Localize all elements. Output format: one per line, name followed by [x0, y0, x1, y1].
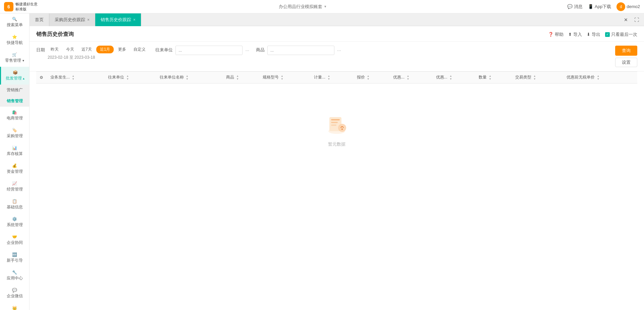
sidebar-item-finance[interactable]: 💰 资金管理 — [0, 160, 29, 178]
col-qty[interactable]: 数量 ▲▼ — [475, 72, 512, 84]
counterparty-input[interactable] — [175, 46, 243, 55]
sidebar-item-operations[interactable]: 📈 经营管理 — [0, 178, 29, 196]
sidebar-item-purchase[interactable]: 🏷️ 采购管理 — [0, 124, 29, 142]
sidebar: 🔍 搜索菜单 ⭐ 快捷导航 🛒 零售管理 ▾ 📦 批发管理 ▴ 营销推广 销售管… — [0, 13, 30, 310]
logo-text: 畅捷通好生意 标准版 — [15, 2, 38, 11]
sidebar-item-newguide[interactable]: 🆕 新手引导 — [0, 249, 29, 267]
dropdown-arrow-icon[interactable]: ▾ — [324, 4, 326, 9]
basic-icon: 📋 — [12, 199, 17, 204]
newguide-icon: 🆕 — [12, 252, 17, 257]
sidebar-item-member[interactable]: 👑 畅会员 — [0, 302, 29, 310]
col-trade-type[interactable]: 交易类型 ▲▼ — [512, 72, 563, 84]
app-title: 办公用品行业模拟账套 — [279, 4, 322, 10]
query-button[interactable]: 查询 — [615, 46, 637, 56]
tab-bar: 首页 采购历史价跟踪 × 销售历史价跟踪 × ✕ ⛶ — [30, 13, 644, 26]
empty-state: 暂元数据 — [36, 84, 637, 174]
col-discount2[interactable]: 优惠... ▲▼ — [433, 72, 475, 84]
sidebar-item-system[interactable]: ⚙️ 系统管理 — [0, 213, 29, 231]
action-buttons: 查询 设置 — [615, 46, 637, 67]
messaging-button[interactable]: 💬 消息 — [567, 4, 583, 10]
system-icon: ⚙️ — [12, 217, 17, 221]
user-menu[interactable]: d demo2 — [616, 2, 640, 11]
close-window-button[interactable]: ✕ — [622, 16, 630, 24]
retail-icon: 🛒 — [12, 52, 17, 57]
gear-icon[interactable]: ⚙ — [40, 75, 43, 80]
sidebar-item-basic[interactable]: 📋 基础信息 — [0, 196, 29, 213]
product-input[interactable] — [267, 46, 334, 55]
sort-icon-qty: ▲▼ — [489, 74, 491, 81]
sort-icon-unit-measure: ▲▼ — [327, 74, 330, 81]
counterparty-input-group: ··· — [175, 46, 249, 55]
logo-icon: 6 — [4, 2, 13, 11]
tab-sales-history[interactable]: 销售历史价跟踪 × — [95, 13, 141, 26]
export-button[interactable]: ⬇ 导出 — [587, 32, 600, 38]
date-label: 日期 — [36, 46, 45, 53]
tab-purchase-history[interactable]: 采购历史价跟踪 × — [49, 13, 95, 26]
counterparty-dots[interactable]: ··· — [245, 48, 249, 53]
wechat-icon: 💬 — [12, 288, 17, 293]
purchase-icon: 🏷️ — [12, 128, 17, 133]
maximize-button[interactable]: ⛶ — [633, 16, 641, 24]
sidebar-item-appstore[interactable]: 🔧 应用中心 — [0, 267, 29, 285]
page-content: 销售历史价查询 ❓ 帮助 ⬆ 导入 ⬇ 导出 ✓ — [30, 26, 644, 310]
sidebar-item-retail[interactable]: 🛒 零售管理 ▾ — [0, 49, 29, 67]
table-header-row: ⚙ 业务发生... ▲▼ 往来单位 ▲▼ 往来单位名称 — [36, 72, 637, 84]
sidebar-item-wechat[interactable]: 💬 企业微信 — [0, 285, 29, 302]
sidebar-item-quicknav[interactable]: ⭐ 快捷导航 — [0, 31, 29, 49]
col-spec[interactable]: 规格型号 ▲▼ — [259, 72, 311, 84]
product-dots[interactable]: ··· — [337, 48, 341, 53]
col-biz-date[interactable]: 业务发生... ▲▼ — [47, 72, 105, 84]
app-download-button[interactable]: 📱 App下载 — [588, 4, 611, 10]
date-btn-7days[interactable]: 近7天 — [78, 46, 95, 53]
date-btn-today[interactable]: 今天 — [63, 46, 77, 53]
tab-bar-actions: ✕ ⛶ — [622, 16, 644, 24]
date-btn-more[interactable]: 更多 — [115, 46, 129, 53]
quicknav-icon: ⭐ — [12, 35, 17, 39]
settings-button[interactable]: 设置 — [615, 58, 637, 67]
empty-icon — [323, 110, 350, 137]
table-container: ⚙ 业务发生... ▲▼ 往来单位 ▲▼ 往来单位名称 — [30, 71, 644, 174]
sidebar-item-ecommerce[interactable]: 🛍️ 电商管理 — [0, 107, 29, 124]
sort-icon-unit-name: ▲▼ — [186, 74, 189, 81]
download-icon: 📱 — [588, 4, 593, 9]
content-area: 首页 采购历史价跟踪 × 销售历史价跟踪 × ✕ ⛶ 销售历史价查询 — [30, 13, 644, 310]
col-unit-measure[interactable]: 计量... ▲▼ — [311, 72, 353, 84]
search-icon: 🔍 — [12, 17, 17, 21]
avatar: d — [616, 2, 625, 11]
sidebar-item-wholesale[interactable]: 📦 批发管理 ▴ — [0, 67, 29, 85]
sort-icon-trade-type: ▲▼ — [533, 74, 536, 81]
top-bar-center[interactable]: 办公用品行业模拟账套 ▾ — [279, 4, 326, 10]
sidebar-item-enterprise[interactable]: 🤝 企业协同 — [0, 231, 29, 249]
col-quote[interactable]: 报价 ▲▼ — [354, 72, 390, 84]
tab-close-sales[interactable]: × — [133, 17, 136, 22]
svg-rect-2 — [331, 119, 340, 120]
col-gear[interactable]: ⚙ — [36, 72, 47, 84]
col-unit[interactable]: 往来单位 ▲▼ — [105, 72, 156, 84]
help-button[interactable]: ❓ 帮助 — [548, 32, 564, 38]
product-filter: 商品 ··· — [256, 46, 341, 55]
col-discount1[interactable]: 优惠... ▲▼ — [390, 72, 432, 84]
main-layout: 🔍 搜索菜单 ⭐ 快捷导航 🛒 零售管理 ▾ 📦 批发管理 ▴ 营销推广 销售管… — [0, 13, 644, 310]
date-btn-custom[interactable]: 自定义 — [130, 46, 149, 53]
sidebar-item-inventory[interactable]: 📊 库存核算 — [0, 142, 29, 160]
top-bar-right: 💬 消息 📱 App下载 d demo2 — [567, 2, 640, 11]
tab-close-purchase[interactable]: × — [87, 17, 90, 22]
help-icon: ❓ — [548, 32, 553, 37]
svg-rect-3 — [331, 122, 338, 123]
only-last-checkbox[interactable]: ✓ 只看最后一次 — [605, 32, 637, 38]
date-btn-yesterday[interactable]: 昨天 — [48, 46, 62, 53]
export-icon: ⬇ — [587, 32, 590, 37]
date-btn-1month[interactable]: 近1月 — [96, 46, 114, 53]
sidebar-item-sales[interactable]: 销售管理 — [0, 96, 29, 107]
sidebar-item-marketing[interactable]: 营销推广 — [0, 85, 29, 96]
sidebar-item-search[interactable]: 🔍 搜索菜单 — [0, 13, 29, 31]
tab-home[interactable]: 首页 — [30, 13, 49, 26]
col-pre-tax[interactable]: 优惠前无税单价 ▲▼ — [563, 72, 637, 84]
col-product[interactable]: 商品 ▲▼ — [223, 72, 259, 84]
page-header: 销售历史价查询 ❓ 帮助 ⬆ 导入 ⬇ 导出 ✓ — [30, 26, 644, 42]
enterprise-icon: 🤝 — [12, 235, 17, 239]
import-button[interactable]: ⬆ 导入 — [568, 32, 582, 38]
date-filter: 日期 昨天 今天 近7天 近1月 更多 自定义 2023-02-18 至 202… — [36, 46, 149, 60]
sort-icon-quote: ▲▼ — [367, 74, 370, 81]
col-unit-name[interactable]: 往来单位名称 ▲▼ — [156, 72, 223, 84]
